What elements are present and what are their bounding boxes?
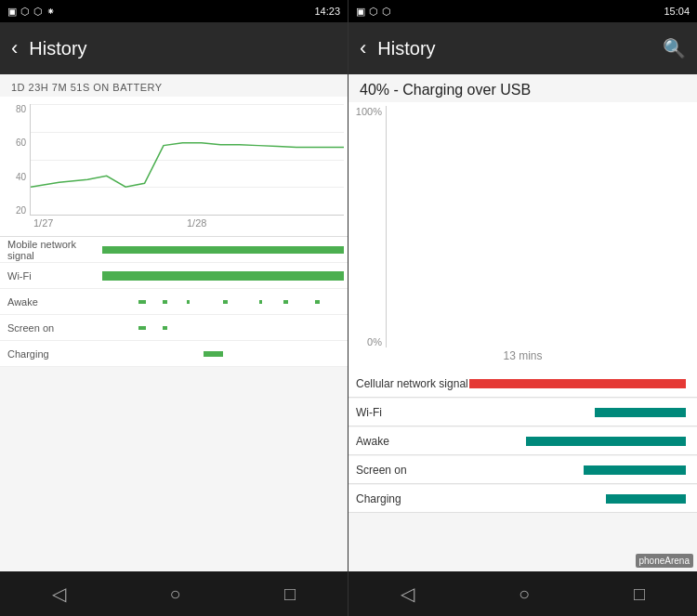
date-128: 1/28 — [187, 217, 206, 229]
date-labels: 1/27 1/28 — [4, 216, 344, 232]
activity-rows: Mobile network signal Wi-Fi Awake — [0, 237, 348, 367]
right-awake-label: Awake — [348, 435, 469, 448]
right-charging-row: Charging — [348, 485, 697, 513]
right-top-bar: ‹ History 🔍 — [348, 22, 697, 74]
right-charging-label: Charging — [348, 492, 469, 505]
y-80: 80 — [4, 104, 26, 114]
right-usb-icon: ⬡ — [369, 6, 378, 18]
cellular-bar — [469, 379, 686, 388]
right-wifi-bar-container — [469, 399, 697, 426]
right-content: 40% - Charging over USB 100% 0% 13 mins … — [348, 74, 697, 571]
charging-row: Charging — [0, 341, 348, 367]
cellular-signal-label: Cellular network signal — [348, 377, 469, 390]
awake-bar7 — [315, 300, 320, 304]
right-awake-bar — [526, 437, 686, 446]
charging-bar-container — [102, 341, 344, 366]
screen-on-label: Screen on — [0, 322, 102, 334]
screen-on-bar2 — [163, 326, 167, 330]
left-top-bar: ‹ History — [0, 22, 348, 74]
left-status-right: 14:23 — [314, 6, 340, 17]
search-icon[interactable]: 🔍 — [663, 37, 686, 59]
right-home-nav-icon[interactable]: ○ — [500, 576, 548, 612]
left-content: 1D 23H 7M 51S ON BATTERY 80 60 40 20 — [0, 74, 348, 571]
awake-label: Awake — [0, 296, 102, 308]
charging-y-axis: 100% 0% — [352, 106, 386, 347]
cellular-bar-container — [469, 370, 697, 397]
charging-status-label: 40% - Charging over USB — [348, 74, 697, 102]
awake-bar1 — [138, 300, 146, 304]
y-60: 60 — [4, 138, 26, 148]
awake-bar6 — [283, 300, 288, 304]
y-20: 20 — [4, 205, 26, 216]
left-page-title: History — [29, 38, 336, 59]
right-awake-bar-container — [469, 427, 697, 454]
left-panel: ▣ ⬡ ⬡ ⁕ 14:23 ‹ History 1D 23H 7M 51S ON… — [0, 0, 348, 616]
mobile-signal-bar — [102, 246, 344, 254]
left-status-icons: ▣ ⬡ ⬡ ⁕ — [7, 6, 55, 18]
battery-svg-line — [31, 104, 344, 215]
date-127: 1/27 — [33, 217, 53, 229]
right-page-title: History — [377, 38, 651, 59]
y-0: 0% — [367, 336, 382, 347]
right-panel: ▣ ⬡ ⬡ 15:04 ‹ History 🔍 40% - Charging o… — [348, 0, 697, 616]
right-wifi-bar — [595, 408, 686, 417]
watermark-label: phoneArena — [636, 554, 694, 568]
battery-duration-label: 1D 23H 7M 51S ON BATTERY — [0, 74, 348, 97]
charging-label-left: Charging — [0, 348, 102, 360]
cellular-signal-row: Cellular network signal — [348, 370, 697, 398]
right-screen-on-bar-container — [469, 456, 697, 483]
right-screen-on-bar — [584, 465, 686, 475]
screen-on-bar1 — [138, 326, 146, 330]
left-recent-nav-icon[interactable]: □ — [266, 576, 314, 612]
y-100: 100% — [352, 106, 382, 117]
right-wifi-row: Wi-Fi — [348, 399, 697, 426]
left-back-button[interactable]: ‹ — [11, 36, 18, 60]
mobile-signal-row: Mobile network signal — [0, 237, 348, 263]
right-back-button[interactable]: ‹ — [360, 36, 366, 60]
charging-chart-wrapper: 100% 0% — [352, 106, 693, 347]
awake-bar5 — [259, 300, 262, 304]
left-status-bar: ▣ ⬡ ⬡ ⁕ 14:23 — [0, 0, 348, 22]
battery-chart-area — [30, 104, 344, 216]
awake-bar3 — [187, 300, 190, 304]
right-charging-bar — [606, 494, 686, 504]
right-nav-bar: ◁ ○ □ — [348, 571, 697, 616]
right-time: 15:04 — [664, 6, 690, 17]
charging-chart-container: 100% 0% 13 mins — [348, 102, 697, 370]
wifi-row: Wi-Fi — [0, 263, 348, 289]
wifi-label: Wi-Fi — [0, 270, 102, 282]
right-charging-bar-container — [469, 485, 697, 512]
chart-y-labels: 80 60 40 20 — [4, 104, 344, 216]
right-wifi-label: Wi-Fi — [348, 406, 469, 419]
left-home-nav-icon[interactable]: ○ — [151, 576, 199, 612]
left-back-nav-icon[interactable]: ◁ — [33, 575, 85, 612]
awake-bar2 — [163, 300, 167, 304]
left-nav-bar: ◁ ○ □ — [0, 571, 348, 616]
charging-bar — [204, 351, 223, 357]
mobile-signal-label: Mobile network signal — [0, 239, 102, 261]
right-notification-icon: ▣ — [356, 6, 365, 18]
screen-on-row: Screen on — [0, 315, 348, 341]
wifi-bar — [102, 271, 344, 281]
screen-on-bar-container — [102, 315, 344, 340]
right-back-nav-icon[interactable]: ◁ — [382, 575, 433, 612]
right-usb2-icon: ⬡ — [382, 6, 391, 18]
y-axis: 80 60 40 20 — [4, 104, 30, 216]
usb2-icon: ⬡ — [33, 6, 43, 18]
y-40: 40 — [4, 172, 26, 182]
right-screen-on-row: Screen on — [348, 456, 697, 484]
right-status-bar: ▣ ⬡ ⬡ 15:04 — [348, 0, 697, 22]
usb3-icon: ⁕ — [46, 6, 55, 18]
battery-chart: 80 60 40 20 1/27 — [0, 97, 348, 237]
right-recent-nav-icon[interactable]: □ — [615, 576, 664, 612]
mobile-signal-bar-container — [102, 237, 344, 262]
time-label: 13 mins — [352, 347, 693, 366]
wifi-bar-container — [102, 263, 344, 288]
charging-chart-area — [386, 106, 387, 347]
usb-icon: ⬡ — [20, 6, 30, 18]
awake-bar4 — [223, 300, 228, 304]
right-screen-on-label: Screen on — [348, 464, 469, 477]
awake-bar-container — [102, 289, 344, 314]
right-awake-row: Awake — [348, 427, 697, 455]
right-status-right: 15:04 — [664, 6, 690, 17]
